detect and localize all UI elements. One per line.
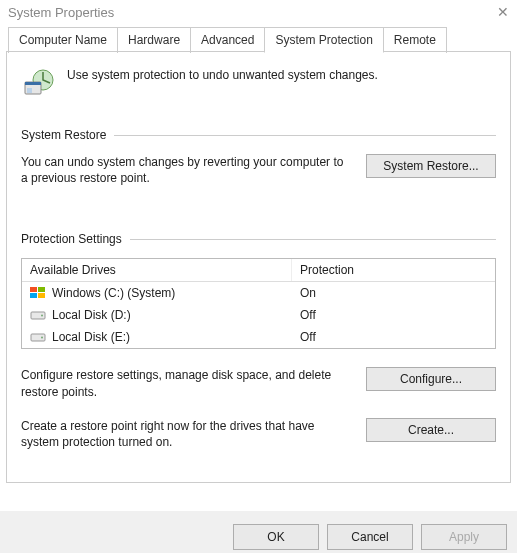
tab-system-protection[interactable]: System Protection [264,27,383,53]
window-title: System Properties [8,5,114,20]
group-title-protection: Protection Settings [21,232,122,246]
drive-status: Off [292,306,495,324]
configure-text: Configure restore settings, manage disk … [21,367,352,399]
svg-rect-4 [30,287,37,292]
svg-rect-5 [38,287,45,292]
table-row[interactable]: Local Disk (D:) Off [22,304,495,326]
system-restore-button[interactable]: System Restore... [366,154,496,178]
drive-name: Local Disk (D:) [52,308,131,322]
windows-drive-icon [30,287,46,299]
titlebar: System Properties ✕ [0,0,517,26]
create-row: Create a restore point right now for the… [21,418,496,450]
tab-computer-name[interactable]: Computer Name [8,27,118,53]
col-header-drives[interactable]: Available Drives [22,259,292,281]
restore-text: You can undo system changes by reverting… [21,154,352,186]
tab-strip: Computer Name Hardware Advanced System P… [6,26,511,52]
svg-rect-3 [27,88,32,93]
apply-button[interactable]: Apply [421,524,507,550]
drive-status: On [292,284,495,302]
table-row[interactable]: Windows (C:) (System) On [22,282,495,304]
create-button[interactable]: Create... [366,418,496,442]
disk-drive-icon [30,331,46,343]
svg-rect-6 [30,293,37,298]
create-text: Create a restore point right now for the… [21,418,352,450]
disk-drive-icon [30,309,46,321]
tab-remote[interactable]: Remote [383,27,447,53]
svg-rect-2 [25,82,41,85]
configure-row: Configure restore settings, manage disk … [21,367,496,399]
configure-button[interactable]: Configure... [366,367,496,391]
restore-row: You can undo system changes by reverting… [21,154,496,186]
drive-name: Windows (C:) (System) [52,286,175,300]
group-header-restore: System Restore [21,128,496,142]
intro-text: Use system protection to undo unwanted s… [67,66,378,82]
dialog-footer: OK Cancel Apply [0,511,517,553]
drives-table: Available Drives Protection Windows (C:)… [21,258,496,349]
ok-button[interactable]: OK [233,524,319,550]
intro-row: Use system protection to undo unwanted s… [21,66,496,100]
group-header-protection: Protection Settings [21,232,496,246]
svg-rect-7 [38,293,45,298]
system-protection-icon [21,66,55,100]
col-header-protection[interactable]: Protection [292,259,495,281]
drive-status: Off [292,328,495,346]
divider [130,239,496,240]
svg-point-11 [41,337,43,339]
svg-point-9 [41,315,43,317]
table-header: Available Drives Protection [22,259,495,282]
cancel-button[interactable]: Cancel [327,524,413,550]
tab-hardware[interactable]: Hardware [117,27,191,53]
tab-panel: Use system protection to undo unwanted s… [6,52,511,483]
drive-name: Local Disk (E:) [52,330,130,344]
group-title-restore: System Restore [21,128,106,142]
tab-advanced[interactable]: Advanced [190,27,265,53]
table-row[interactable]: Local Disk (E:) Off [22,326,495,348]
divider [114,135,496,136]
close-icon[interactable]: ✕ [497,4,509,20]
